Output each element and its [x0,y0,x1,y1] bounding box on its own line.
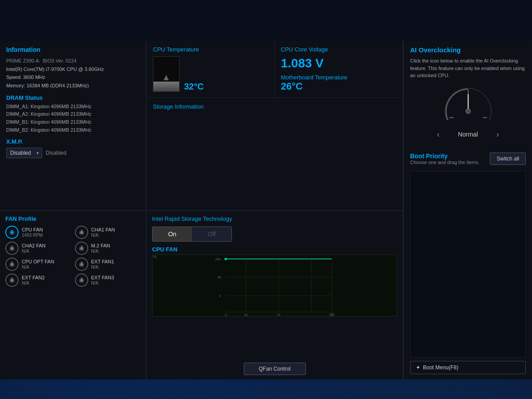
boot-menu-label: Boot Menu(F8) [423,364,458,371]
cpu-voltage-section: CPU Core Voltage 1.083 V Motherboard Tem… [275,41,403,98]
xmp-title: X.M.P. [6,138,140,145]
speedometer-wrap[interactable] [410,85,526,122]
fan-profile-title: FAN Profile [5,215,141,222]
fan-item[interactable]: CHA2 FAN N/A [5,242,71,255]
fan-item[interactable]: EXT FAN3 N/A [75,274,141,287]
xmp-status: Disabled [46,150,66,156]
boot-priority-title: Boot Priority [410,153,480,160]
fan-item[interactable]: CPU OPT FAN N/A [5,258,71,271]
irst-off-btn[interactable]: Off [192,227,231,241]
info-memory: Memory: 16384 MB (DDR4 2133MHz) [6,82,140,90]
fan-rpm: N/A [22,281,45,286]
svg-text:100: 100 [215,257,220,261]
fan-name: CHA1 FAN [91,227,115,233]
fan-name: CHA2 FAN [22,243,46,249]
fan-rpm: N/A [91,265,114,270]
fan-panel: FAN Profile CPU FAN 1493 RPM [0,211,146,380]
speed-next-button[interactable]: › [493,129,503,140]
speed-mode-label: Normal [450,131,486,138]
fan-name: EXT FAN2 [22,274,45,281]
xmp-select[interactable]: Disabled Profile1 Profile2 [6,148,42,158]
dram-a2: DIMM_A2: Kingston 4096MB 2133MHz [6,110,140,118]
storage-section: Storage Information [147,98,403,210]
chart-y-label: % [153,254,156,259]
fan-rpm: N/A [91,281,114,286]
irst-title: Intel Rapid Storage Technology [152,215,397,222]
xmp-row: Disabled Profile1 Profile2 Disabled [6,148,140,158]
fan-icon [75,226,88,239]
xmp-select-wrap[interactable]: Disabled Profile1 Profile2 [6,148,42,158]
mb-temp-value: 26°C [281,81,397,92]
fan-icon [5,274,19,287]
dram-a1: DIMM_A1: Kingston 4096MB 2133MHz [6,103,140,111]
fan-icon [5,258,19,271]
boot-menu-icon: ✦ [416,364,420,371]
cpu-fan-title: CPU FAN [152,246,397,253]
dram-b1: DIMM_B1: Kingston 4096MB 2133MHz [6,118,140,126]
cpu-temp-section: CPU Temperature ▲ 32°C [147,41,275,98]
boot-menu-button[interactable]: ✦ Boot Menu(F8) [410,361,526,374]
fan-icon [5,226,19,239]
ai-oc-panel: AI Overclocking Click the icon below to … [403,41,532,379]
switch-all-button[interactable]: Switch all [490,153,526,165]
fan-icon [75,242,88,255]
fan-rpm: N/A [91,249,110,254]
svg-line-4 [482,115,487,120]
info-title: Information [6,46,140,53]
fan-name: M.2 FAN [91,243,110,249]
cpu-temp-value: 32°C [184,82,204,92]
svg-text:30: 30 [244,313,248,317]
fan-icon [75,258,88,271]
info-cpu: Intel(R) Core(TM) i7-9700K CPU @ 3.60GHz [6,65,140,74]
cpu-temp-title: CPU Temperature [153,46,268,53]
speed-prev-button[interactable]: ‹ [434,129,443,140]
storage-title: Storage Information [153,103,396,110]
fan-rpm: 1493 RPM [22,233,43,238]
fan-name: CPU OPT FAN [22,258,54,265]
svg-text:0: 0 [219,293,221,297]
fan-grid: CPU FAN 1493 RPM CHA1 FAN N/A [5,226,141,287]
fan-rpm: N/A [22,249,46,254]
dram-b2: DIMM_B2: Kingston 4096MB 2133MHz [6,126,140,134]
mb-temp-title: Motherboard Temperature [281,74,397,81]
boot-priority-header: Boot Priority Choose one and drag the it… [410,148,526,165]
fan-item[interactable]: M.2 FAN N/A [75,242,141,255]
speed-controls: ‹ Normal › [410,129,526,140]
cpu-fan-chart-svg: 100 50 0 0 30 70 100 °C [152,254,397,317]
fan-item[interactable]: EXT FAN1 N/A [75,258,141,271]
middle-bottom-panel: Intel Rapid Storage Technology On Off CP… [147,211,403,380]
svg-line-3 [449,115,454,120]
fan-item[interactable]: EXT FAN2 N/A [5,274,71,287]
info-model-bios: PRIME Z390-A BIOS Ver. 0224 [6,57,140,65]
fan-item[interactable]: CPU FAN 1493 RPM [5,226,71,239]
fan-name: CPU FAN [22,227,43,233]
fan-icon [5,242,19,255]
fan-name: EXT FAN1 [91,258,114,265]
dram-title: DRAM Status [6,94,140,101]
info-speed: Speed: 3600 MHz [6,73,140,82]
cpu-fan-chart-wrap: % 100 50 0 0 [152,254,397,361]
cpu-temp-fill [153,82,179,91]
fan-rpm: N/A [22,265,54,270]
qfan-control-button[interactable]: QFan Control [244,363,306,375]
fan-icon [75,274,88,287]
boot-order-area [410,171,526,358]
svg-text:°C: °C [331,313,334,316]
speedometer-svg [442,85,495,120]
fan-rpm: N/A [91,233,115,238]
cpu-volt-value: 1.083 V [281,56,397,70]
irst-toggle[interactable]: On Off [152,227,232,242]
ai-oc-desc: Click the icon below to enable the AI Ov… [410,57,526,79]
cpu-temp-bar: ▲ [153,56,180,92]
boot-priority-desc: Choose one and drag the items. [410,160,480,165]
cpu-volt-title: CPU Core Voltage [281,46,397,53]
ai-oc-title: AI Overclocking [410,46,526,54]
svg-point-6 [466,109,470,113]
svg-point-32 [224,258,227,260]
svg-text:70: 70 [277,313,280,317]
svg-text:0: 0 [225,313,227,317]
fan-name: EXT FAN3 [91,274,114,281]
fan-item[interactable]: CHA1 FAN N/A [75,226,141,239]
irst-on-btn[interactable]: On [153,227,192,241]
svg-text:50: 50 [218,275,221,279]
